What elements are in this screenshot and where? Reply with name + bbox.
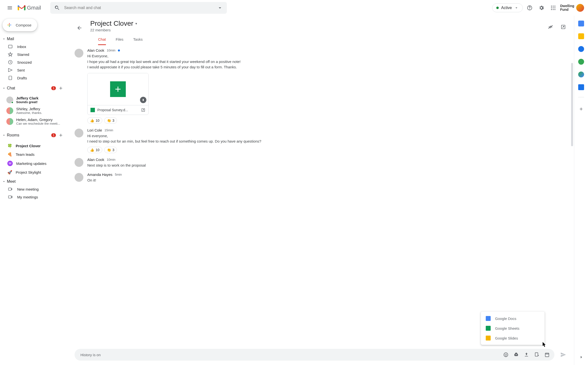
mail-nav-item[interactable]: Drafts: [0, 74, 69, 82]
search-options-icon[interactable]: [217, 5, 223, 11]
add-app-button[interactable]: [576, 104, 586, 114]
mail-nav-item[interactable]: Starred: [0, 50, 69, 58]
gmail-logo[interactable]: Gmail: [18, 5, 41, 11]
hamburger-icon: [7, 5, 13, 11]
contacts-app-icon[interactable]: [578, 59, 584, 65]
chat-section-title: Chat: [7, 86, 50, 90]
attachment-card[interactable]: Proposal Survey.d...: [87, 73, 149, 115]
open-in-new-icon[interactable]: [141, 108, 145, 112]
scrollbar[interactable]: [571, 63, 573, 146]
meet-nav-item[interactable]: My meetings: [0, 193, 69, 201]
nav-label: Sent: [17, 68, 66, 72]
caret-down-icon: [2, 37, 6, 41]
avatar: [75, 49, 83, 58]
emoji-icon: [503, 352, 509, 357]
emoji-button[interactable]: [501, 350, 510, 359]
chat-list-item[interactable]: Helen, Adam, Gregory Can we reschedule t…: [0, 116, 69, 127]
svg-rect-14: [9, 188, 12, 190]
support-button[interactable]: [525, 3, 535, 13]
open-new-window-button[interactable]: [558, 22, 568, 32]
chevron-right-icon: [579, 355, 584, 360]
tab-tasks[interactable]: Tasks: [133, 37, 142, 45]
reaction-chip[interactable]: 👏3: [104, 147, 117, 153]
avatar: [6, 107, 13, 114]
create-menu-item[interactable]: Google Docs: [481, 314, 545, 323]
drive-button[interactable]: [512, 350, 521, 359]
search-input[interactable]: [64, 6, 213, 10]
avatar: [6, 97, 13, 103]
chat-preview: Sounds great!: [16, 100, 66, 104]
settings-button[interactable]: [537, 3, 546, 13]
rooms-section-header[interactable]: Rooms 1: [0, 129, 69, 142]
people-app-icon[interactable]: [578, 84, 584, 90]
help-icon: [527, 5, 533, 11]
room-label: Project Clover: [16, 144, 41, 148]
app-name: Gmail: [27, 5, 41, 11]
tasks-app-icon[interactable]: [578, 46, 584, 52]
chevron-down-icon: [514, 6, 519, 10]
room-title[interactable]: Project Clover ▾: [90, 20, 540, 27]
hide-panel-button[interactable]: [576, 352, 586, 362]
create-menu-item[interactable]: Google Sheets: [481, 323, 545, 333]
chevron-down-icon: ▾: [135, 22, 137, 25]
maps-app-icon[interactable]: [578, 72, 584, 77]
room-list-item[interactable]: 🍕Team leads: [0, 150, 69, 159]
nav-icon: [8, 75, 13, 80]
mail-nav-item[interactable]: Snoozed: [0, 58, 69, 66]
room-list-item[interactable]: 🚀Project Skylight: [0, 168, 69, 176]
message-time: 15min: [104, 128, 113, 132]
send-icon: [560, 352, 566, 358]
message-list[interactable]: Alan Cook10minHi Everyone,I hope you all…: [69, 45, 574, 346]
send-button[interactable]: [558, 350, 568, 360]
apps-button[interactable]: [548, 3, 558, 13]
reaction-chip[interactable]: 👍10: [87, 117, 102, 124]
meet-section-header[interactable]: Meet: [0, 178, 69, 185]
new-doc-icon: [534, 352, 539, 357]
chat-list-item[interactable]: Shirley, Jeffery Awesome, thanks.: [0, 105, 69, 116]
room-list-item[interactable]: MMarketing updates: [0, 159, 69, 168]
room-label: Team leads: [16, 152, 35, 157]
tab-files[interactable]: Files: [116, 37, 124, 45]
create-doc-button[interactable]: [532, 350, 541, 359]
chat-section-header[interactable]: Chat 1: [0, 82, 69, 95]
collapse-button[interactable]: [546, 22, 555, 32]
mail-nav-item[interactable]: Inbox: [0, 43, 69, 50]
rooms-section-title: Rooms: [7, 133, 50, 137]
message: Lori Cole15minHi everyone,I need to step…: [75, 128, 559, 153]
tab-chat[interactable]: Chat: [98, 37, 106, 45]
mail-nav-item[interactable]: Sent: [0, 66, 69, 74]
chat-name: Shirley, Jeffery: [16, 107, 66, 111]
room-label: Project Skylight: [16, 170, 41, 174]
svg-point-10: [554, 9, 555, 10]
room-list-item[interactable]: 🍀Project Clover: [0, 142, 69, 150]
reaction-count: 10: [96, 148, 100, 152]
reaction-chip[interactable]: 👍10: [87, 147, 102, 153]
main-menu-button[interactable]: [4, 2, 16, 14]
status-pill[interactable]: Active: [492, 3, 523, 12]
message-text: Hi Everyone,I hope you all had a great t…: [87, 53, 559, 70]
compose-button[interactable]: Compose: [2, 19, 37, 31]
new-chat-button[interactable]: [56, 83, 66, 93]
calendar-button[interactable]: [543, 350, 551, 359]
meet-nav-item[interactable]: New meeting: [0, 185, 69, 193]
calendar-icon: [544, 352, 550, 357]
svg-point-4: [554, 6, 555, 7]
video-icon: [8, 195, 13, 199]
search-bar[interactable]: [50, 2, 227, 14]
account-avatar[interactable]: [576, 4, 584, 12]
create-menu-item[interactable]: Google Slides: [481, 333, 545, 343]
upload-button[interactable]: [522, 350, 531, 359]
back-button[interactable]: [75, 23, 84, 33]
keep-app-icon[interactable]: [578, 33, 584, 39]
plus-icon: [6, 22, 12, 28]
chat-name: Helen, Adam, Gregory: [16, 118, 66, 122]
chat-list-item[interactable]: Jeffery Clark Sounds great!: [0, 95, 69, 105]
message-author: Alan Cook: [87, 158, 104, 162]
new-room-button[interactable]: [56, 130, 66, 140]
mail-section-header[interactable]: Mail: [0, 35, 69, 43]
calendar-app-icon[interactable]: [578, 21, 584, 26]
message-composer[interactable]: History is on: [75, 349, 554, 361]
message-text: Next step is to work on the proposal: [87, 163, 559, 168]
reaction-chip[interactable]: 👏3: [104, 117, 117, 124]
svg-rect-17: [143, 99, 144, 101]
